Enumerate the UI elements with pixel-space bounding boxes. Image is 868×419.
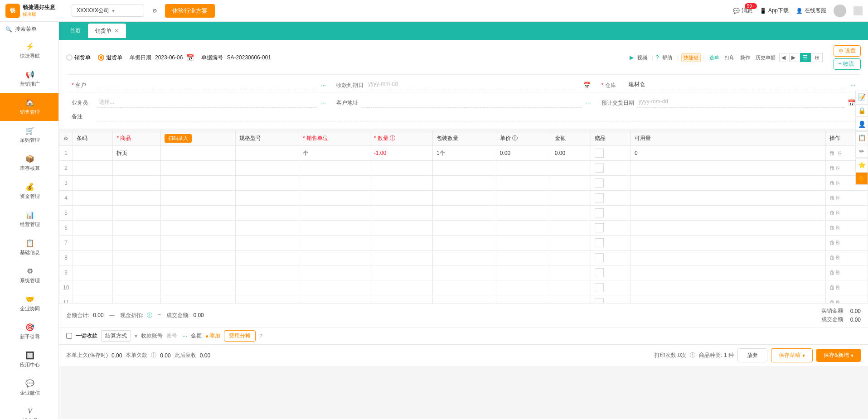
delivery-calendar-icon[interactable]: 📅 — [848, 99, 855, 106]
scan-button[interactable]: 扫码录入 — [165, 134, 192, 143]
one-click-payment-checkbox[interactable] — [66, 333, 72, 339]
delete-icon[interactable]: 🗑 — [829, 180, 835, 186]
add-payment-button[interactable]: ● 添加 — [205, 332, 220, 340]
gift-checkbox[interactable] — [595, 178, 604, 188]
calendar-icon[interactable]: 📅 — [186, 54, 194, 61]
delete-icon[interactable]: 🗑 — [829, 225, 835, 231]
delete-row-1-icon[interactable]: 🗑 — [829, 150, 835, 156]
gift-checkbox[interactable] — [595, 298, 604, 303]
account-dots[interactable]: ··· — [183, 333, 187, 339]
copy-row-1-icon[interactable]: ⎘ — [838, 150, 841, 156]
customer-address-input[interactable] — [362, 98, 581, 108]
remarks-input[interactable] — [97, 111, 855, 121]
product-type-help[interactable]: ⓘ — [690, 352, 695, 359]
address-dots[interactable]: ··· — [586, 100, 591, 106]
delivery-date-input[interactable]: yyyy-mm-dd — [637, 98, 845, 108]
expense-split-button[interactable]: 费用分摊 — [224, 330, 256, 342]
one-click-payment-label[interactable]: 一键收款 — [76, 332, 97, 340]
gift-cell-1[interactable] — [591, 146, 630, 161]
cash-discount-help[interactable]: ⓘ — [147, 312, 152, 319]
payment-date-input[interactable]: yyyy-mm-dd — [366, 80, 580, 90]
delete-icon[interactable]: 🗑 — [829, 210, 835, 216]
col-scan-header[interactable]: 扫码录入 — [160, 131, 235, 146]
customer-input[interactable] — [97, 80, 316, 90]
amount-cell-1[interactable]: 0.00 — [551, 146, 591, 161]
search-menu-item[interactable]: 🔍 搜索菜单 — [0, 22, 58, 37]
gift-checkbox[interactable] — [595, 253, 604, 262]
pkg-cell-1[interactable]: 1个 — [433, 146, 496, 161]
app-download-button[interactable]: 📱 App下载 — [760, 7, 789, 14]
account-placeholder[interactable]: 账号 — [166, 332, 177, 340]
tab-home[interactable]: 首页 — [63, 24, 88, 38]
delete-icon[interactable]: 🗑 — [829, 299, 835, 303]
settings-button[interactable]: ⚙ 设置 — [834, 45, 861, 57]
sidebar-item-purchase[interactable]: 🛒 采购管理 — [0, 121, 58, 149]
sidebar-item-sales[interactable]: 🏠 销售管理 — [0, 93, 58, 121]
total-owed-help[interactable]: ⓘ — [151, 352, 156, 359]
delete-icon[interactable]: 🗑 — [829, 195, 835, 201]
sidebar-item-operation[interactable]: 📊 经营管理 — [0, 205, 58, 233]
gift-checkbox-1[interactable] — [595, 149, 604, 158]
video-button[interactable]: 视频 — [635, 53, 649, 62]
delete-icon[interactable]: 🗑 — [829, 240, 835, 246]
sidebar-item-inventory[interactable]: 📦 库存核算 — [0, 149, 58, 177]
salesperson-dots[interactable]: ··· — [321, 100, 325, 106]
warehouse-input[interactable]: 建材仓 — [627, 80, 846, 90]
warehouse-dots[interactable]: ··· — [851, 82, 855, 88]
side-btn-user[interactable]: 👤 — [855, 118, 868, 130]
side-btn-edit[interactable]: ✏ — [855, 145, 868, 158]
sidebar-item-wechat[interactable]: 💬 企业微信 — [0, 374, 58, 402]
col-settings-header[interactable]: ⚙ — [59, 131, 73, 146]
qty-cell-1[interactable]: -1.00 — [370, 146, 432, 161]
side-btn-notes[interactable]: 📝 — [855, 91, 868, 103]
delete-icon[interactable]: 🗑 — [829, 165, 835, 171]
delete-icon[interactable]: 🗑 — [829, 284, 835, 291]
salesperson-input[interactable]: 选择... — [97, 98, 316, 108]
shortcuts-button[interactable]: 快捷键 — [681, 53, 701, 62]
side-btn-lock[interactable]: 🔒 — [855, 104, 868, 117]
spec2-cell-1[interactable] — [236, 146, 299, 161]
expense-help-icon[interactable]: ? — [259, 333, 262, 339]
doc-date-value[interactable]: 2023-06-06 — [155, 54, 183, 61]
delete-icon[interactable]: 🗑 — [829, 255, 835, 261]
sidebar-item-basic[interactable]: 📋 基础信息 — [0, 233, 58, 261]
list-view-button[interactable]: ☰ — [800, 53, 811, 62]
online-service-button[interactable]: 👤 在线客服 — [796, 7, 826, 14]
grid-view-button[interactable]: ⊞ — [812, 53, 823, 62]
payment-calendar-icon[interactable]: 📅 — [583, 82, 591, 89]
sidebar-item-system[interactable]: ⚙ 系统管理 — [0, 261, 58, 289]
copy-icon[interactable]: ⎘ — [836, 165, 839, 171]
save-new-button[interactable]: 保存&新增 ▾ — [816, 349, 861, 362]
help-button[interactable]: 帮助 — [660, 53, 674, 62]
copy-icon[interactable]: ⎘ — [836, 299, 839, 303]
sidebar-item-finance[interactable]: 💰 资金管理 — [0, 177, 58, 205]
company-selector[interactable]: XXXXXX公司 ▾ — [72, 5, 144, 17]
copy-icon[interactable]: ⎘ — [836, 195, 839, 201]
gift-checkbox[interactable] — [595, 268, 604, 277]
avatar[interactable] — [834, 5, 846, 17]
prev-arrow[interactable]: ◀ — [779, 53, 788, 62]
user-menu-icon[interactable] — [853, 6, 863, 15]
delete-icon[interactable]: 🗑 — [829, 270, 835, 276]
select-order-button[interactable]: 选单 — [708, 53, 721, 62]
print-button[interactable]: 打印 — [723, 53, 737, 62]
copy-icon[interactable]: ⎘ — [836, 240, 839, 246]
operations-button[interactable]: 操作 — [738, 53, 752, 62]
gift-checkbox[interactable] — [595, 223, 604, 232]
sidebar-item-enterprise[interactable]: 🤝 企业协同 — [0, 289, 58, 318]
payment-method-chevron[interactable]: ▾ — [135, 333, 137, 339]
sidebar-item-app-center[interactable]: 🔲 应用中心 — [0, 346, 58, 374]
message-button[interactable]: 💬 消息 99+ — [733, 7, 752, 14]
gift-checkbox[interactable] — [595, 283, 604, 292]
price-cell-1[interactable]: 0.00 — [496, 146, 551, 161]
sidebar-item-member[interactable]: V 畅会员 — [0, 402, 58, 419]
save-draft-button[interactable]: 保存草稿 ▾ — [771, 348, 813, 362]
copy-icon[interactable]: ⎘ — [836, 210, 839, 216]
copy-icon[interactable]: ⎘ — [836, 180, 839, 186]
customer-dots[interactable]: ··· — [321, 82, 325, 88]
side-btn-doc[interactable]: 📋 — [855, 131, 868, 144]
sales-order-radio[interactable]: 销货单 — [66, 54, 91, 62]
sidebar-item-marketing[interactable]: 📢 营销推广 — [0, 65, 58, 93]
barcode-cell-1[interactable] — [73, 146, 113, 161]
gift-checkbox[interactable] — [595, 193, 604, 202]
